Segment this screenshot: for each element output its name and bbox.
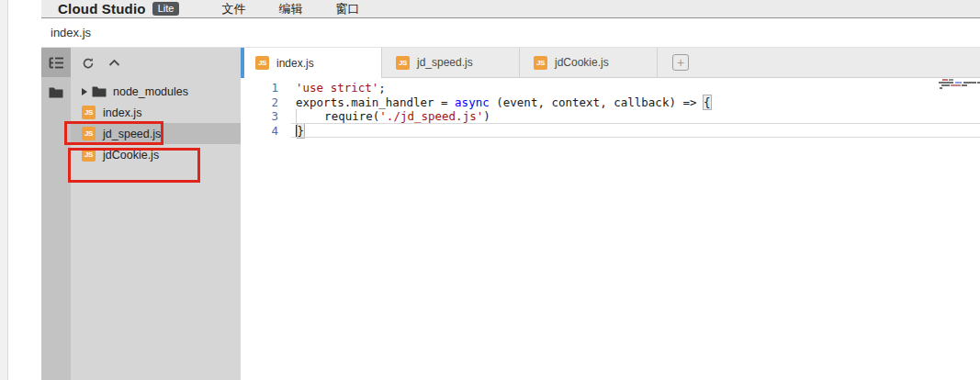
js-file-icon: JS (82, 148, 96, 162)
activity-item-folder[interactable] (41, 77, 71, 106)
new-tab-plus-icon[interactable]: + (672, 54, 689, 71)
menu-item[interactable]: 文件 (221, 1, 245, 17)
expand-arrow-icon (82, 88, 87, 95)
line-number: 4 (241, 124, 278, 139)
file-tree-item-jd_speed.js[interactable]: JSjd_speed.js (71, 123, 241, 144)
string-token: 'use strict' (296, 81, 378, 95)
code-text: exports.main_handler = async (event, con… (296, 95, 711, 110)
line-number: 2 (241, 95, 278, 110)
code-token: (event, context, callback) => (490, 95, 704, 109)
code-token: require( (324, 109, 379, 123)
tab-label: jdCookie.js (555, 56, 609, 69)
file-name: node_modules (113, 85, 188, 98)
code-line-1[interactable]: 1'use strict'; (241, 81, 980, 95)
bracket-match-token: { (704, 95, 711, 109)
bracket-match-token: } (298, 124, 305, 138)
tab-label: index.js (276, 57, 314, 70)
code-editor[interactable]: 1'use strict';2exports.main_handler = as… (241, 78, 980, 380)
menu-bar: Cloud Studio Lite 文件编辑窗口 (41, 0, 980, 18)
menu-item[interactable]: 窗口 (335, 1, 359, 17)
new-tab-cell: + (658, 48, 704, 77)
code-token: ) (483, 109, 490, 123)
js-file-icon: JS (255, 56, 269, 70)
code-token: ; (378, 81, 386, 95)
line-number: 1 (241, 81, 278, 95)
explorer-toolbar (71, 48, 241, 78)
tree-view-icon (49, 56, 64, 70)
file-name: jd_speed.js (103, 128, 161, 140)
tab-index.js[interactable]: JSindex.js (241, 48, 382, 78)
collapse-icon[interactable] (108, 59, 120, 67)
cloud-studio-window: Cloud Studio Lite 文件编辑窗口 index.js (41, 0, 980, 380)
folder-icon (92, 85, 107, 97)
menu-item[interactable]: 编辑 (278, 1, 302, 17)
tab-jdCookie.js[interactable]: JSjdCookie.js (520, 48, 658, 77)
tab-bar: JSindex.jsJSjd_speed.jsJSjdCookie.js+ (241, 48, 980, 78)
js-file-icon: JS (396, 56, 410, 70)
code-line-3[interactable]: 3 require('./jd_speed.js') (241, 109, 980, 124)
file-name: jdCookie.js (103, 149, 159, 162)
app-logo: Cloud Studio (58, 1, 146, 17)
file-name: index.js (103, 106, 141, 119)
file-tree: node_modulesJSindex.jsJSjd_speed.jsJSjdC… (71, 78, 241, 380)
code-text: } (296, 124, 304, 139)
code-text: 'use strict'; (296, 81, 386, 95)
file-tree-item-index.js[interactable]: JSindex.js (71, 102, 241, 123)
page-left-gutter (0, 0, 8, 380)
activity-bar (41, 48, 71, 380)
code-line-4[interactable]: 4} (241, 124, 980, 139)
refresh-icon[interactable] (82, 57, 95, 70)
js-file-icon: JS (82, 127, 96, 140)
code-token: exports.main_handler = (296, 95, 455, 109)
editor-group: JSindex.jsJSjd_speed.jsJSjdCookie.js+ 1'… (241, 48, 980, 380)
code-text: require('./jd_speed.js') (296, 109, 490, 124)
js-file-icon: JS (534, 56, 547, 70)
menu-bar-items: 文件编辑窗口 (221, 1, 392, 17)
activity-item-tree-view[interactable] (41, 48, 71, 77)
js-file-icon: JS (82, 106, 96, 119)
code-line-2[interactable]: 2exports.main_handler = async (event, co… (241, 95, 980, 110)
breadcrumb-file-name: index.js (51, 26, 91, 39)
lite-badge: Lite (152, 2, 180, 16)
tab-jd_speed.js[interactable]: JSjd_speed.js (382, 48, 520, 77)
line-number: 3 (241, 109, 278, 124)
string-token: './jd_speed.js' (379, 109, 483, 123)
keyword-token: async (455, 95, 490, 109)
folder-icon (49, 86, 63, 98)
tab-label: jd_speed.js (417, 56, 473, 69)
file-explorer-panel: node_modulesJSindex.jsJSjd_speed.jsJSjdC… (71, 48, 241, 380)
file-tree-item-node_modules[interactable]: node_modules (71, 81, 241, 102)
breadcrumb: index.js (41, 18, 980, 48)
file-tree-item-jdCookie.js[interactable]: JSjdCookie.js (71, 144, 241, 165)
main-area: node_modulesJSindex.jsJSjd_speed.jsJSjdC… (41, 48, 980, 380)
indent-guide (296, 109, 324, 123)
